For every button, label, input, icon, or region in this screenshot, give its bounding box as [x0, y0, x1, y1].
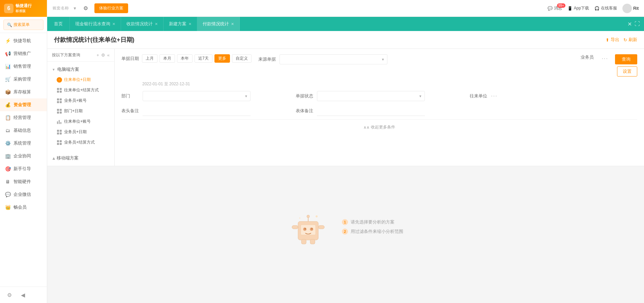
schema-item-grid-icon-0: [57, 88, 62, 93]
svg-rect-10: [301, 239, 306, 244]
counterpart-dots-button[interactable]: ···: [491, 93, 497, 99]
tab-expand-icon[interactable]: ⛶: [635, 21, 640, 27]
schema-item-salesman-date[interactable]: 业务员+日期: [47, 127, 114, 137]
inventory-icon: 📦: [5, 89, 11, 95]
body-note-input[interactable]: [317, 106, 425, 116]
sidebar-search-area: 🔍 搜索菜单: [0, 17, 47, 33]
member-icon: 👑: [5, 204, 11, 210]
topbar-account: 账套名称: [53, 5, 69, 11]
sidebar-item-purchase[interactable]: 🛒 采购管理: [0, 73, 47, 86]
sidebar-item-inventory[interactable]: 📦 库存核算: [0, 86, 47, 98]
date-this-year-button[interactable]: 本年: [177, 54, 193, 63]
schema-panel-title: 按以下方案查询: [52, 52, 80, 58]
settings-footer-icon: ⚙: [7, 292, 12, 298]
sidebar-item-system[interactable]: ⚙️ 系统管理: [0, 137, 47, 150]
date-more-button[interactable]: 更多: [214, 54, 230, 63]
counterpart-label: 往来单位: [470, 93, 488, 99]
topbar-settings-button[interactable]: ⚙: [81, 4, 90, 13]
date-last-month-button[interactable]: 上月: [142, 54, 157, 63]
schema-item-counterpart-date[interactable]: ○ 往来单位+日期: [47, 74, 114, 85]
collapse-row: ∧∧ 收起更多条件: [121, 119, 637, 135]
schema-collapse-icon[interactable]: «: [107, 53, 110, 58]
tab-new-plan[interactable]: 新建方案 ✕: [164, 17, 197, 31]
topbar-actions: 💬 消息 99+ 📱 App下载 🎧 在线客服 Rit: [548, 4, 639, 13]
empty-hint-2: 2 用过滤条件来缩小分析范围: [342, 229, 403, 235]
sidebar-item-marketing[interactable]: 📢 营销推广: [0, 47, 47, 60]
tab-new-plan-close-icon[interactable]: ✕: [188, 22, 192, 26]
refresh-icon: ↻: [623, 37, 627, 42]
tab-collection[interactable]: 收款情况统计 ✕: [121, 17, 164, 31]
sidebar-collapse-button[interactable]: ◀: [18, 290, 28, 300]
schema-item-counterpart-settle[interactable]: 往来单位+结算方式: [47, 85, 114, 95]
tab-payment-close-icon[interactable]: ✕: [231, 22, 234, 26]
app-download-icon: 📱: [567, 6, 573, 11]
tab-payment[interactable]: 付款情况统计 ✕: [197, 17, 240, 31]
schema-mobile-group-header[interactable]: ▶ 移动端方案: [47, 153, 114, 163]
user-profile-button[interactable]: Rit: [622, 4, 639, 13]
source-select[interactable]: [280, 54, 387, 64]
schema-item-grid-icon-3: [57, 129, 62, 135]
sales-icon: 📊: [5, 63, 11, 69]
date-range-display: 2022-01-01 至 2022-12-31: [121, 81, 637, 87]
tab-bank-close-icon[interactable]: ✕: [112, 22, 115, 26]
svg-point-5: [311, 228, 313, 230]
tab-bank[interactable]: 现金银行流水查询 ✕: [70, 17, 121, 31]
search-menu-button[interactable]: 🔍 搜索菜单: [3, 20, 43, 30]
svg-point-12: [316, 215, 318, 217]
refresh-button[interactable]: ↻ 刷新: [623, 37, 637, 43]
schema-pc-group-header[interactable]: ▼ 电脑端方案: [47, 64, 114, 74]
trial-plan-button[interactable]: 体验行业方案: [94, 3, 128, 13]
svg-rect-9: [318, 225, 324, 229]
sidebar-item-operation[interactable]: 📋 经营管理: [0, 111, 47, 124]
schema-pc-arrow-icon: ▼: [52, 68, 55, 71]
sidebar-settings-button[interactable]: ⚙: [5, 290, 14, 300]
account-name: 账套名称: [53, 5, 69, 11]
sidebar-item-hardware[interactable]: 🖥 智能硬件: [0, 175, 47, 188]
date-range-text: 2022-01-01 至 2022-12-31: [142, 82, 190, 86]
export-button[interactable]: ⬆ 导出: [606, 37, 619, 43]
dept-select[interactable]: [143, 91, 251, 101]
filter-settings-button[interactable]: 设置: [617, 66, 637, 77]
sidebar-item-member[interactable]: 👑 畅会员: [0, 201, 47, 214]
sidebar-item-capital[interactable]: 💰 资金管理: [0, 98, 47, 111]
online-service-button[interactable]: 🎧 在线客服: [594, 5, 617, 11]
date-this-month-button[interactable]: 本月: [159, 54, 175, 63]
schema-item-salesman-settle[interactable]: 业务员+结算方式: [47, 137, 114, 148]
schema-item-dept-date[interactable]: 部门+日期: [47, 106, 114, 116]
sidebar-item-enterprise[interactable]: 🏢 企业协同: [0, 150, 47, 162]
header-note-input[interactable]: [143, 106, 251, 116]
app-download-button[interactable]: 📱 App下载: [567, 5, 589, 11]
date-custom-button[interactable]: 自定义: [232, 54, 252, 63]
collapse-icon: ◀: [21, 292, 25, 298]
schema-panel: 按以下方案查询 + ⚙ « ▼ 电脑端方案: [47, 49, 115, 166]
purchase-icon: 🛒: [5, 76, 11, 82]
schema-item-counterpart-account[interactable]: 往来单位+账号: [47, 116, 114, 127]
date-7days-button[interactable]: 近7天: [195, 54, 212, 63]
sidebar-item-guide[interactable]: 🎯 新手引导: [0, 162, 47, 175]
collapse-conditions-button[interactable]: ∧∧ 收起更多条件: [363, 122, 395, 132]
topbar-settings-icon: ⚙: [83, 5, 88, 11]
schema-settings-icon[interactable]: ⚙: [101, 53, 105, 58]
account-chevron-icon[interactable]: ▼: [73, 6, 77, 11]
tab-collection-close-icon[interactable]: ✕: [155, 22, 158, 26]
counterpart-filter-cell: 往来单位 ···: [470, 93, 637, 99]
sidebar-item-wechat[interactable]: 💬 企业微信: [0, 188, 47, 201]
sidebar-item-quick-nav[interactable]: ⚡ 快捷导航: [0, 34, 47, 47]
salesman-dots-button[interactable]: ...: [602, 54, 608, 60]
tab-home[interactable]: 首页: [47, 17, 70, 31]
doc-status-select[interactable]: [317, 91, 425, 101]
schema-pc-group: ▼ 电脑端方案 ○ 往来单位+日期: [47, 62, 114, 150]
schema-add-icon[interactable]: +: [96, 53, 99, 58]
svg-rect-8: [292, 225, 298, 229]
sidebar-item-basic[interactable]: 🗂 基础信息: [0, 124, 47, 137]
query-button[interactable]: 查询: [615, 54, 637, 64]
date-filter-row: 单据日期 上月 本月 本年 近7天 更多 自定义: [121, 54, 252, 63]
schema-item-salesman-account[interactable]: 业务员+账号: [47, 95, 114, 106]
user-avatar: [622, 4, 632, 13]
tab-close-all-icon[interactable]: ✕: [627, 21, 632, 27]
source-select-wrap: ▼: [280, 54, 387, 64]
app-name: 畅捷通行: [16, 3, 32, 9]
sidebar-item-sales[interactable]: 📊 销售管理: [0, 60, 47, 73]
schema-mobile-arrow-icon: ▶: [52, 157, 55, 159]
notification-button[interactable]: 💬 消息 99+: [548, 5, 562, 11]
